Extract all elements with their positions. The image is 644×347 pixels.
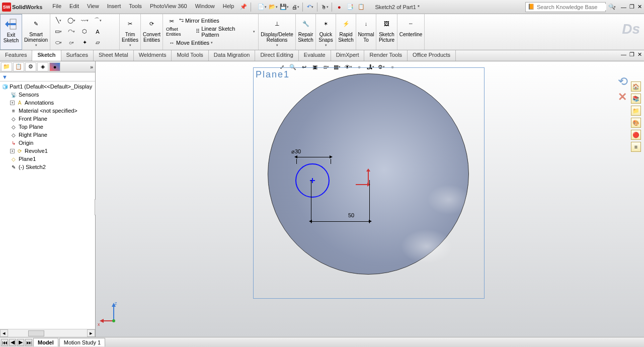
tree-root[interactable]: 🧊Part1 (Default<<Default>_Display State … <box>1 82 94 91</box>
sketch-picture-button[interactable]: 🖼 Sketch Picture <box>376 14 397 50</box>
tab-dimxpert[interactable]: DimXpert <box>331 50 365 61</box>
menu-photoview[interactable]: PhotoView 360 <box>146 2 191 13</box>
close-icon[interactable]: ✕ <box>637 4 642 10</box>
expand-icon[interactable]: + <box>10 101 15 105</box>
line-icon[interactable]: ╲▾ <box>53 16 63 25</box>
panel-hscroll[interactable]: ◂ ▸ <box>0 329 95 337</box>
appearance-tab[interactable]: ● <box>49 62 60 71</box>
rapid-sketch-button[interactable]: ⚡ Rapid Sketch <box>336 14 356 50</box>
tab-features[interactable]: Features <box>0 50 32 61</box>
tree-front-plane[interactable]: ◇Front Plane <box>1 115 94 123</box>
tree-right-plane[interactable]: ◇Right Plane <box>1 131 94 139</box>
cancel-corner-icon[interactable]: ✕ <box>618 91 627 104</box>
design-library-tab-icon[interactable]: 📚 <box>631 94 641 104</box>
polygon-icon[interactable]: ⬡ <box>79 27 90 36</box>
scroll-right-icon[interactable]: ▸ <box>87 329 95 337</box>
tab-office-products[interactable]: Office Products <box>408 50 456 61</box>
print-icon[interactable]: 🖨▾ <box>290 2 301 13</box>
scroll-left-icon[interactable]: ◂ <box>0 329 8 337</box>
select-icon[interactable]: 🖱▾ <box>319 2 330 13</box>
dimxpert-tab[interactable]: ◈ <box>37 62 48 71</box>
smart-dimension-button[interactable]: ✎ Smart Dimension ▾ <box>22 14 50 50</box>
tree-plane1[interactable]: ◇Plane1 <box>1 155 94 163</box>
sketch-circle-entity[interactable] <box>295 163 330 198</box>
confirm-corner-icon[interactable]: ⟲ <box>618 74 628 89</box>
slot-icon[interactable]: ⬭▾ <box>53 38 63 47</box>
plane-icon[interactable]: ▱ <box>93 38 103 47</box>
tab-sketch[interactable]: Sketch <box>32 50 61 61</box>
tree-sensors[interactable]: 📡Sensors <box>1 91 94 99</box>
menu-window[interactable]: Window <box>191 2 219 13</box>
pushpin-icon[interactable]: 📌 <box>238 2 249 13</box>
text-icon[interactable]: A <box>93 27 103 36</box>
tab-render-tools[interactable]: Render Tools <box>364 50 408 61</box>
help-dropdown-icon[interactable]: ❔▾ <box>606 2 617 13</box>
tab-nav-prev-icon[interactable]: ◀ <box>9 339 16 346</box>
new-icon[interactable]: 📄▾ <box>257 2 268 13</box>
model-tab[interactable]: Model <box>33 338 58 346</box>
tree-annotations[interactable]: +AAnnotations <box>1 99 94 107</box>
resources-tab-icon[interactable]: 🏠 <box>631 81 641 92</box>
mdi-restore-icon[interactable]: ❐ <box>629 51 634 58</box>
arc-icon[interactable]: ◠▾ <box>66 27 76 36</box>
circle-icon[interactable]: ◯▾ <box>66 16 76 25</box>
tab-mold-tools[interactable]: Mold Tools <box>172 50 208 61</box>
undo-icon[interactable]: ↶▾ <box>304 2 315 13</box>
tab-surfaces[interactable]: Surfaces <box>61 50 94 61</box>
ellipse-icon[interactable]: ○▾ <box>66 38 76 47</box>
tab-sheet-metal[interactable]: Sheet Metal <box>94 50 134 61</box>
properties-icon[interactable]: 📋 <box>356 2 367 13</box>
tab-direct-editing[interactable]: Direct Editing <box>255 50 298 61</box>
point-icon[interactable]: ✦ <box>79 38 90 47</box>
move-entities-button[interactable]: ↔Move Entities▾ <box>169 40 213 46</box>
motion-study-tab[interactable]: Motion Study 1 <box>59 338 105 346</box>
graphics-viewport[interactable]: ⤢ 🔍 ↩ ▣ ⧈▾ ▦▾ 👁▾ ● 🏞▾ ⚙▾ ● ⟲ ✕ Plane1 ⌀3… <box>96 61 644 337</box>
appearances-tab-icon[interactable]: 🔴 <box>631 130 641 140</box>
tab-nav-next-icon[interactable]: ▶ <box>17 339 24 346</box>
panel-expand-icon[interactable]: » <box>90 64 93 70</box>
menu-tools[interactable]: Tools <box>125 2 146 13</box>
open-icon[interactable]: 📂▾ <box>268 2 279 13</box>
fillet-icon[interactable]: ⌒▾ <box>93 16 103 25</box>
spline-icon[interactable]: 〰▾ <box>79 16 90 25</box>
tree-top-plane[interactable]: ◇Top Plane <box>1 123 94 131</box>
menu-insert[interactable]: Insert <box>103 2 125 13</box>
tab-weldments[interactable]: Weldments <box>134 50 172 61</box>
diameter-dimension[interactable]: ⌀30 <box>291 146 301 156</box>
options-icon[interactable]: 📑 <box>345 2 356 13</box>
linear-pattern-button[interactable]: ⠿Linear Sketch Pattern▾ <box>196 26 255 38</box>
mirror-entities-button[interactable]: ⥃Mirror Entities <box>179 17 219 24</box>
tab-nav-first-icon[interactable]: ⏮ <box>1 339 8 346</box>
menu-view[interactable]: View <box>83 2 103 13</box>
tree-sketch2[interactable]: ✎(-) Sketch2 <box>1 163 94 171</box>
tree-material[interactable]: ≡Material <not specified> <box>1 107 94 115</box>
save-icon[interactable]: 💾▾ <box>279 2 290 13</box>
feature-tree-tab[interactable]: 📁 <box>1 62 12 71</box>
trim-entities-button[interactable]: ✂ Trim Entities ▾ <box>120 14 141 50</box>
exit-sketch-button[interactable]: Exit Sketch <box>0 14 22 50</box>
view-palette-tab-icon[interactable]: 🎨 <box>631 118 641 128</box>
tab-nav-last-icon[interactable]: ⏭ <box>25 339 32 346</box>
quick-snaps-button[interactable]: ✶ Quick Snaps ▾ <box>316 14 336 50</box>
rectangle-icon[interactable]: ▭▾ <box>53 27 63 36</box>
normal-to-button[interactable]: ↓ Normal To <box>356 14 376 50</box>
search-box[interactable]: 📙 🔍 <box>525 2 606 12</box>
tree-revolve1[interactable]: +⟳Revolve1 <box>1 147 94 155</box>
minimize-icon[interactable]: — <box>621 4 626 10</box>
restore-icon[interactable]: ❐ <box>629 4 634 10</box>
menu-edit[interactable]: Edit <box>65 2 83 13</box>
expand-icon[interactable]: + <box>10 149 15 153</box>
mdi-close-icon[interactable]: ✕ <box>637 51 642 58</box>
tab-evaluate[interactable]: Evaluate <box>299 50 331 61</box>
convert-entities-button[interactable]: ⟳ Convert Entities <box>141 14 163 50</box>
property-manager-tab[interactable]: 📋 <box>13 62 24 71</box>
mdi-minimize-icon[interactable]: — <box>621 51 626 58</box>
menu-help[interactable]: Help <box>219 2 238 13</box>
file-explorer-tab-icon[interactable]: 📁 <box>631 106 641 116</box>
tree-filter[interactable]: ▼ <box>0 72 95 81</box>
search-input[interactable] <box>537 4 606 10</box>
configuration-tab[interactable]: ⚙ <box>25 62 36 71</box>
tree-origin[interactable]: ↳Origin <box>1 139 94 147</box>
repair-sketch-button[interactable]: 🔧 Repair Sketch <box>296 14 316 50</box>
display-delete-relations-button[interactable]: ⊥ Display/Delete Relations ▾ <box>259 14 296 50</box>
